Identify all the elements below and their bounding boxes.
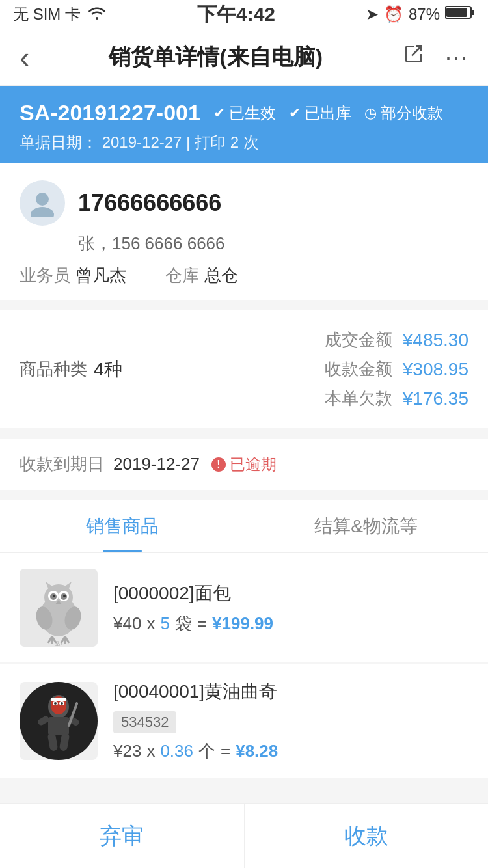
debt-row: 本单欠款 ¥176.35 <box>325 387 468 410</box>
price-total-cookie: ¥8.28 <box>236 741 278 761</box>
product-tag-cookie: 534532 <box>113 711 176 733</box>
back-button[interactable]: ‹ <box>20 40 29 75</box>
debt-label: 本单欠款 <box>325 387 392 410</box>
tab-sales-products[interactable]: 销售商品 <box>0 500 244 552</box>
received-label: 收款金额 <box>325 358 392 381</box>
svg-point-36 <box>54 702 57 705</box>
status-bar-left: 无 SIM 卡 <box>13 4 107 25</box>
product-price-cookie: ¥23 x 0.36 个 = ¥8.28 <box>113 740 468 763</box>
nav-right-actions: ··· <box>402 42 468 72</box>
badge-partial-label: 部分收款 <box>381 103 443 124</box>
print-info: | 打印 2 次 <box>186 133 259 151</box>
product-image-bread: 品+ <box>20 569 98 647</box>
price-total-bread: ¥199.99 <box>212 614 273 634</box>
collect-payment-button[interactable]: 收款 <box>244 804 489 868</box>
header-banner: SA-20191227-001 ✔ 已生效 ✔ 已出库 ◷ 部分收款 单据日期：… <box>0 86 488 163</box>
svg-point-13 <box>63 595 66 597</box>
customer-section: 17666666666 张，156 6666 6666 业务员 曾凡杰 仓库 总… <box>0 163 488 300</box>
tab-sales-products-label: 销售商品 <box>86 514 159 539</box>
due-date-section: 收款到期日 2019-12-27 ! 已逾期 <box>0 439 488 490</box>
received-value: ¥308.95 <box>403 359 468 380</box>
svg-point-37 <box>61 702 63 705</box>
badge-partial: ◷ 部分收款 <box>364 103 443 124</box>
overdue-dot-icon: ! <box>211 457 226 472</box>
badge-effective-label: 已生效 <box>229 103 276 124</box>
salesman-value: 曾凡杰 <box>75 264 126 287</box>
received-row: 收款金额 ¥308.95 <box>325 358 468 381</box>
product-info-bread: [0000002]面包 ¥40 x 5 袋 = ¥199.99 <box>113 581 468 635</box>
price-qty-cookie: 0.36 <box>160 741 193 761</box>
customer-phone: 17666666666 <box>78 189 221 217</box>
due-label: 收款到期日 <box>20 453 104 476</box>
badge-shipped: ✔ 已出库 <box>289 103 351 124</box>
salesman-label: 业务员 <box>20 264 70 287</box>
battery-icon <box>445 5 475 23</box>
price-base-cookie: ¥23 <box>113 741 141 761</box>
sim-status: 无 SIM 卡 <box>13 4 81 25</box>
svg-point-12 <box>53 595 55 597</box>
product-item[interactable]: [00040001]黄油曲奇 534532 ¥23 x 0.36 个 = ¥8.… <box>0 664 488 778</box>
customer-meta: 业务员 曾凡杰 仓库 总仓 <box>20 264 468 287</box>
amount-label: 成交金额 <box>325 329 392 351</box>
tabs-section: 销售商品 结算&物流等 <box>0 500 488 553</box>
product-name-bread: [0000002]面包 <box>113 581 468 606</box>
check-icon-shipped: ✔ <box>289 105 301 122</box>
location-icon: ➤ <box>366 5 379 23</box>
order-date: 2019-12-27 <box>102 133 182 151</box>
cancel-review-button[interactable]: 弃审 <box>0 804 244 868</box>
debt-value: ¥176.35 <box>403 388 468 409</box>
product-price-bread: ¥40 x 5 袋 = ¥199.99 <box>113 612 468 635</box>
overdue-label: 已逾期 <box>230 454 277 475</box>
check-icon-effective: ✔ <box>213 105 225 122</box>
more-icon[interactable]: ··· <box>445 44 468 71</box>
wifi-icon <box>87 5 107 23</box>
svg-point-3 <box>36 193 49 206</box>
summary-section: 商品种类 4种 成交金额 ¥485.30 收款金额 ¥308.95 本单欠款 ¥… <box>0 310 488 428</box>
status-bar-time: 下午4:42 <box>197 1 275 28</box>
product-item[interactable]: 品+ [0000002]面包 ¥40 x 5 袋 = ¥199.99 <box>0 553 488 662</box>
date-label: 单据日期： <box>20 133 98 151</box>
bottom-bar: 弃审 收款 <box>0 803 488 868</box>
price-base-bread: ¥40 <box>113 614 141 634</box>
order-date-info: 单据日期： 2019-12-27 | 打印 2 次 <box>20 132 468 153</box>
amount-value: ¥485.30 <box>403 330 468 351</box>
warehouse-label: 仓库 <box>165 264 199 287</box>
nav-bar: ‹ 销货单详情(来自电脑) ··· <box>0 29 488 86</box>
product-kinds-label: 商品种类 <box>20 358 87 381</box>
unit-cookie: 个 <box>198 740 215 763</box>
tab-settlement-label: 结算&物流等 <box>314 514 418 539</box>
price-qty-bread: 5 <box>160 614 169 634</box>
due-date-value: 2019-12-27 <box>113 454 200 474</box>
summary-left: 商品种类 4种 <box>20 329 122 410</box>
tabs-row: 销售商品 结算&物流等 <box>0 500 488 552</box>
clock-icon-partial: ◷ <box>364 105 377 122</box>
product-info-cookie: [00040001]黄油曲奇 534532 ¥23 x 0.36 个 = ¥8.… <box>113 679 468 763</box>
share-icon[interactable] <box>402 42 426 72</box>
svg-rect-2 <box>472 10 474 15</box>
amount-row: 成交金额 ¥485.30 <box>325 329 468 351</box>
badge-shipped-label: 已出库 <box>305 103 351 124</box>
order-id: SA-20191227-001 <box>20 100 200 126</box>
svg-rect-38 <box>51 698 66 701</box>
overdue-badge: ! 已逾期 <box>211 454 277 475</box>
summary-right: 成交金额 ¥485.30 收款金额 ¥308.95 本单欠款 ¥176.35 <box>325 329 468 410</box>
customer-sub: 张，156 6666 6666 <box>20 232 468 255</box>
product-kinds-value: 4种 <box>94 357 122 382</box>
collect-payment-label: 收款 <box>344 821 388 851</box>
status-bar: 无 SIM 卡 下午4:42 ➤ ⏰ 87% <box>0 0 488 29</box>
customer-top: 17666666666 <box>20 180 468 226</box>
product-kinds: 商品种类 4种 <box>20 357 122 382</box>
svg-point-4 <box>31 207 54 217</box>
product-name-cookie: [00040001]黄油曲奇 <box>113 679 468 704</box>
status-bar-right: ➤ ⏰ 87% <box>366 5 475 23</box>
tab-active-underline <box>103 550 142 552</box>
battery-label: 87% <box>409 5 440 23</box>
badge-effective: ✔ 已生效 <box>213 103 276 124</box>
svg-rect-1 <box>446 8 467 17</box>
warehouse-value: 总仓 <box>204 264 238 287</box>
svg-rect-28 <box>48 717 69 735</box>
unit-bread: 袋 <box>175 612 192 635</box>
cancel-review-label: 弃审 <box>100 821 144 851</box>
page-title: 销货单详情(来自电脑) <box>109 42 323 72</box>
tab-settlement[interactable]: 结算&物流等 <box>244 500 488 552</box>
